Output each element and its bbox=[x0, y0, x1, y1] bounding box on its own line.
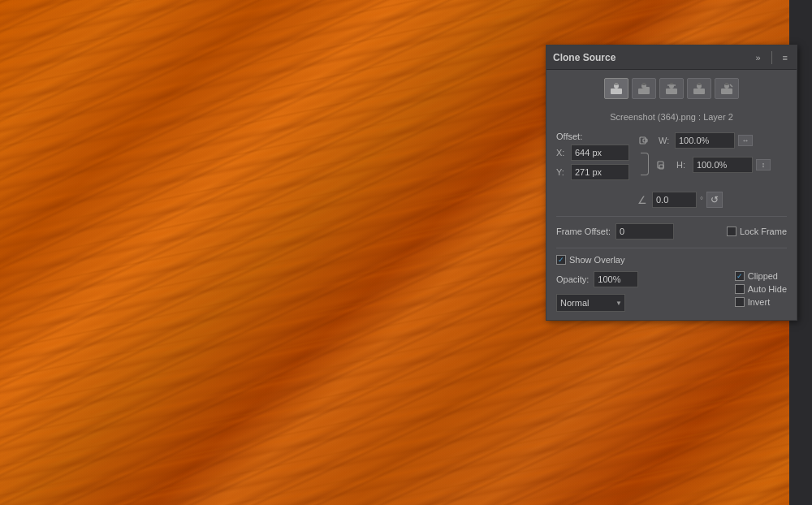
reset-angle-button[interactable]: ↺ bbox=[706, 192, 723, 208]
invert-label: Invert bbox=[748, 297, 771, 307]
show-overlay-row: Show Overlay bbox=[556, 255, 787, 265]
source-2-button[interactable] bbox=[632, 78, 656, 99]
height-label: H: bbox=[676, 160, 689, 170]
lock-frame-container: Lock Frame bbox=[727, 227, 787, 236]
frame-offset-label: Frame Offset: bbox=[556, 227, 611, 236]
svg-rect-2 bbox=[615, 83, 618, 85]
svg-rect-17 bbox=[725, 83, 728, 85]
clone-source-panel: Clone Source » ≡ bbox=[546, 45, 797, 321]
clipped-row: Clipped bbox=[735, 271, 787, 281]
opacity-input[interactable] bbox=[594, 271, 638, 287]
source-3-button[interactable] bbox=[659, 78, 684, 99]
flip-buttons: ↔ bbox=[738, 135, 753, 146]
svg-rect-15 bbox=[721, 88, 732, 94]
height-row-wrapper: H: ↕ bbox=[637, 153, 787, 177]
height-row: H: ↕ bbox=[655, 156, 771, 174]
offset-left: Offset: X: Y: bbox=[556, 132, 629, 183]
overlay-right: Clipped Auto Hide Invert bbox=[735, 271, 787, 307]
panel-header-icons: » ≡ bbox=[753, 51, 790, 64]
source-icons-row: + bbox=[556, 78, 787, 106]
overlay-section: Show Overlay Opacity: Normal Multiply Sc… bbox=[556, 248, 787, 312]
svg-rect-7 bbox=[666, 88, 677, 94]
angle-input[interactable] bbox=[652, 192, 697, 208]
svg-rect-5 bbox=[642, 83, 646, 85]
source-name: Screenshot (364).png : Layer 2 bbox=[556, 112, 787, 122]
x-field-row: X: bbox=[556, 145, 629, 161]
expand-panel-button[interactable]: » bbox=[753, 51, 762, 64]
height-input[interactable] bbox=[693, 157, 753, 173]
y-input[interactable] bbox=[571, 164, 629, 180]
blend-mode-select[interactable]: Normal Multiply Screen Overlay Darken Li… bbox=[556, 294, 625, 312]
auto-hide-row: Auto Hide bbox=[735, 284, 787, 294]
invert-row: Invert bbox=[735, 297, 787, 307]
width-icon bbox=[637, 132, 655, 149]
invert-checkbox[interactable] bbox=[735, 297, 745, 307]
angle-unit: ° bbox=[700, 196, 703, 205]
y-label: Y: bbox=[556, 167, 568, 177]
width-input[interactable] bbox=[675, 132, 735, 149]
clipped-checkbox[interactable] bbox=[735, 271, 745, 281]
width-label: W: bbox=[659, 136, 672, 145]
show-overlay-label: Show Overlay bbox=[569, 255, 624, 265]
source-4-button[interactable]: + bbox=[687, 78, 711, 99]
offset-right: W: ↔ bbox=[637, 132, 787, 183]
panel-body: + Screenshot (364).png : Layer 2 Offset:… bbox=[546, 70, 797, 320]
blend-mode-row: Normal Multiply Screen Overlay Darken Li… bbox=[556, 294, 727, 312]
offset-section: Offset: X: Y: bbox=[556, 132, 787, 183]
header-divider bbox=[771, 51, 772, 64]
frame-offset-input[interactable] bbox=[615, 223, 674, 240]
panel-title: Clone Source bbox=[553, 52, 753, 63]
opacity-label: Opacity: bbox=[556, 274, 589, 284]
svg-rect-13 bbox=[698, 83, 701, 85]
x-input[interactable] bbox=[571, 145, 629, 161]
lock-frame-label: Lock Frame bbox=[740, 227, 787, 236]
lock-frame-checkbox[interactable] bbox=[727, 227, 736, 236]
angle-icon: ∠ bbox=[637, 194, 647, 206]
y-field-row: Y: bbox=[556, 164, 629, 180]
source-1-button[interactable] bbox=[604, 78, 628, 99]
overlay-options-row: Opacity: Normal Multiply Screen Overlay … bbox=[556, 271, 787, 312]
svg-text:+: + bbox=[702, 88, 705, 93]
link-chain-icon bbox=[637, 153, 650, 177]
svg-rect-0 bbox=[611, 88, 622, 94]
flip-horizontal-button[interactable]: ↔ bbox=[738, 135, 753, 146]
frame-offset-row: Frame Offset: Lock Frame bbox=[556, 216, 787, 240]
svg-rect-6 bbox=[645, 87, 650, 91]
opacity-row: Opacity: bbox=[556, 271, 727, 287]
angle-row: ∠ ° ↺ bbox=[637, 192, 787, 208]
svg-line-18 bbox=[730, 84, 732, 87]
show-overlay-checkbox[interactable] bbox=[556, 255, 566, 265]
auto-hide-label: Auto Hide bbox=[748, 284, 787, 294]
width-row: W: ↔ bbox=[637, 132, 787, 149]
x-label: X: bbox=[556, 148, 568, 158]
blend-mode-wrapper: Normal Multiply Screen Overlay Darken Li… bbox=[556, 294, 625, 312]
flip-vertical-buttons: ↕ bbox=[756, 159, 771, 170]
panel-header: Clone Source » ≡ bbox=[546, 45, 797, 70]
offset-label: Offset: bbox=[556, 132, 629, 141]
panel-menu-button[interactable]: ≡ bbox=[780, 51, 790, 64]
source-5-button[interactable] bbox=[715, 78, 739, 99]
overlay-left: Opacity: Normal Multiply Screen Overlay … bbox=[556, 271, 727, 312]
auto-hide-checkbox[interactable] bbox=[735, 284, 745, 294]
clipped-label: Clipped bbox=[748, 271, 778, 281]
height-icon bbox=[655, 156, 673, 174]
flip-vertical-button[interactable]: ↕ bbox=[756, 159, 771, 170]
